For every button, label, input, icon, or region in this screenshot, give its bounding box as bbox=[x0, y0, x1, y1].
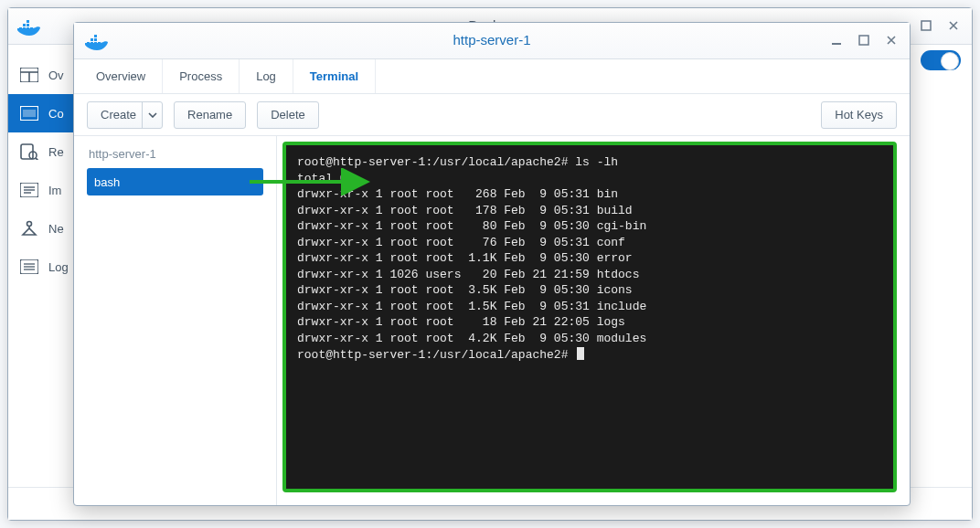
sidebar-label: Re bbox=[48, 145, 64, 159]
sidebar-item-overview[interactable]: Ov bbox=[8, 56, 82, 94]
search-doc-icon bbox=[19, 143, 39, 160]
svg-rect-21 bbox=[859, 36, 868, 45]
image-icon bbox=[19, 182, 39, 198]
sidebar-label: Ne bbox=[48, 222, 64, 236]
svg-rect-20 bbox=[832, 43, 841, 45]
sidebar-item-image[interactable]: Im bbox=[8, 171, 82, 209]
container-title: http-server-1 bbox=[453, 32, 530, 48]
sidebar-item-registry[interactable]: Re bbox=[8, 132, 82, 171]
grid-icon bbox=[19, 67, 39, 83]
minimize-button[interactable] bbox=[824, 28, 849, 52]
sidebar-item-log[interactable]: Log bbox=[8, 248, 82, 286]
svg-line-9 bbox=[36, 158, 38, 160]
sidebar-item-container[interactable]: Co bbox=[8, 94, 82, 132]
sidebar-label: Co bbox=[48, 107, 64, 121]
sidebar-label: Im bbox=[48, 184, 61, 197]
tab-terminal[interactable]: Terminal bbox=[293, 59, 376, 93]
terminal-output[interactable]: root@http-server-1:/usr/local/apache2# l… bbox=[282, 142, 897, 492]
sidebar-item-network[interactable]: Ne bbox=[8, 209, 82, 248]
terminal-session-label: bash bbox=[94, 175, 120, 189]
terminal-sidebar: http-server-1 bash bbox=[74, 136, 277, 505]
close-button[interactable] bbox=[941, 14, 966, 37]
delete-button[interactable]: Delete bbox=[257, 101, 319, 129]
terminal-area: root@http-server-1:/usr/local/apache2# l… bbox=[277, 136, 910, 505]
sidebar-label: Ov bbox=[48, 69, 64, 82]
docker-whale-icon bbox=[17, 17, 41, 36]
docker-sidebar: Ov Co Re Im Ne Log bbox=[8, 45, 83, 487]
hotkeys-button[interactable]: Hot Keys bbox=[821, 101, 897, 129]
container-titlebar: http-server-1 bbox=[74, 23, 910, 59]
sidebar-label: Log bbox=[48, 260, 69, 274]
container-icon bbox=[19, 105, 39, 121]
maximize-button[interactable] bbox=[913, 14, 939, 37]
running-toggle[interactable] bbox=[921, 50, 961, 70]
docker-whale-icon bbox=[85, 32, 109, 50]
svg-point-14 bbox=[27, 222, 32, 227]
container-window: http-server-1 Overview Process Log Termi… bbox=[73, 22, 911, 506]
tab-process[interactable]: Process bbox=[163, 59, 240, 93]
tabs: Overview Process Log Terminal bbox=[74, 59, 910, 94]
svg-rect-6 bbox=[23, 110, 36, 117]
chevron-down-icon[interactable] bbox=[142, 102, 162, 128]
close-button[interactable] bbox=[879, 28, 904, 52]
svg-rect-1 bbox=[921, 21, 931, 30]
rename-button[interactable]: Rename bbox=[174, 101, 246, 129]
terminal-list-header: http-server-1 bbox=[87, 142, 263, 168]
network-icon bbox=[19, 220, 39, 237]
tab-overview[interactable]: Overview bbox=[80, 59, 163, 93]
terminal-session-bash[interactable]: bash bbox=[87, 168, 263, 195]
create-label: Create bbox=[101, 108, 136, 121]
log-icon bbox=[19, 259, 39, 275]
maximize-button[interactable] bbox=[851, 28, 877, 52]
toolbar: Create Rename Delete Hot Keys bbox=[74, 94, 910, 136]
tab-log[interactable]: Log bbox=[240, 59, 293, 93]
create-button[interactable]: Create bbox=[87, 101, 163, 129]
